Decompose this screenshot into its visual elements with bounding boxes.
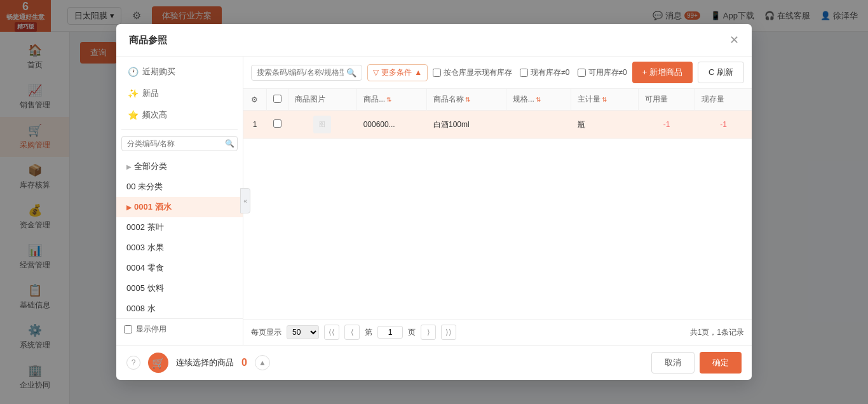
pagination: 每页显示 50 100 200 ⟨⟨ ⟨ 第 页 ⟩ ⟩⟩ 共1页，1条记录: [243, 319, 752, 345]
cat-label-tea: 0002 茶叶: [126, 222, 164, 233]
lp-tab-frequent[interactable]: ⭐ 频次高: [121, 105, 238, 125]
search-icon: 🔍: [346, 68, 356, 77]
sort-name-icon[interactable]: ⇅: [465, 96, 470, 103]
td-stock: -1: [695, 111, 752, 139]
th-stock: 现存量: [695, 89, 752, 111]
modal-close-button[interactable]: ✕: [729, 33, 739, 47]
checkbox-stock-input[interactable]: [520, 69, 528, 77]
sort-unit-icon[interactable]: ⇅: [602, 96, 607, 103]
show-disabled-text: 显示停用: [136, 324, 166, 335]
lp-tab-frequent-label: 频次高: [142, 109, 167, 121]
td-seq: 1: [243, 111, 266, 139]
th-settings[interactable]: ⚙: [243, 89, 266, 111]
last-page-btn[interactable]: ⟩⟩: [441, 325, 456, 340]
product-table: ⚙ 商品图片 商品...⇅ 商品名称⇅: [243, 89, 752, 139]
cat-snack[interactable]: 0004 零食: [116, 258, 243, 278]
th-image: 商品图片: [288, 89, 357, 111]
product-thumbnail: 图: [313, 116, 331, 133]
pagination-summary: 共1页，1条记录: [690, 327, 744, 338]
modal-header: 商品参照 ✕: [116, 24, 752, 57]
footer-collapse-btn[interactable]: ▲: [255, 355, 270, 370]
cat-tea[interactable]: 0002 茶叶: [116, 217, 243, 238]
sort-code-icon[interactable]: ⇅: [386, 96, 391, 103]
td-available: -1: [638, 111, 695, 139]
modal-body: 🕐 近期购买 ✨ 新品 ⭐ 频次高 🔍: [116, 57, 752, 345]
right-panel: 🔍 ▽ 更多条件 ▲ 按仓库显示现有库存 现: [243, 57, 752, 345]
show-disabled-checkbox[interactable]: [124, 325, 132, 333]
rp-toolbar: 🔍 ▽ 更多条件 ▲ 按仓库显示现有库存 现: [243, 57, 752, 89]
filter-label: 更多条件: [381, 67, 412, 78]
td-code: 000600...: [357, 111, 427, 139]
prev-page-btn[interactable]: ⟨: [344, 325, 360, 340]
cat-liquor[interactable]: ▶ 0001 酒水: [116, 197, 243, 217]
table-row[interactable]: 1 图 000600... 白酒100ml 瓶: [243, 111, 752, 139]
checkbox-available-label: 可用库存≠0: [588, 67, 627, 78]
left-panel-footer: 显示停用: [116, 318, 243, 340]
td-image: 图: [288, 111, 357, 139]
checkbox-warehouse[interactable]: 按仓库显示现有库存: [433, 67, 512, 78]
sort-spec-icon[interactable]: ⇅: [536, 96, 541, 103]
cat-fruit[interactable]: 0003 水果: [116, 238, 243, 258]
th-spec[interactable]: 规格...⇅: [506, 89, 571, 111]
select-all-checkbox[interactable]: [273, 95, 281, 103]
help-button[interactable]: ?: [126, 356, 140, 370]
cat-drinks[interactable]: 0005 饮料: [116, 278, 243, 299]
product-table-body: 1 图 000600... 白酒100ml 瓶: [243, 111, 752, 139]
checkbox-warehouse-input[interactable]: [433, 69, 441, 77]
product-search-input[interactable]: [257, 68, 344, 77]
cat-arrow-active-icon: ▶: [126, 204, 132, 211]
next-page-btn[interactable]: ⟩: [421, 325, 436, 340]
lp-tab-recent-label: 近期购买: [142, 66, 175, 77]
checkbox-available-nonzero[interactable]: 可用库存≠0: [578, 67, 627, 78]
cat-label: 全部分类: [134, 161, 167, 172]
page-input[interactable]: [377, 326, 403, 339]
th-available: 可用量: [638, 89, 695, 111]
category-search-icon: 🔍: [225, 139, 234, 148]
td-spec: [506, 111, 571, 139]
add-product-button[interactable]: + 新增商品: [632, 62, 693, 83]
selected-count: 0: [241, 357, 247, 368]
recent-icon: 🕐: [128, 67, 139, 77]
td-unit: 瓶: [571, 111, 639, 139]
cat-label-fruit: 0003 水果: [126, 242, 164, 253]
lp-tab-new[interactable]: ✨ 新品: [121, 83, 238, 104]
th-unit[interactable]: 主计量⇅: [571, 89, 639, 111]
cat-all[interactable]: ▶ 全部分类: [116, 156, 243, 177]
filter-icon: ▽: [373, 68, 379, 77]
category-search-input[interactable]: [127, 139, 222, 148]
refresh-btn[interactable]: C 刷新: [698, 62, 744, 83]
divider: [121, 129, 238, 130]
new-icon: ✨: [128, 88, 139, 98]
show-disabled-label[interactable]: 显示停用: [124, 324, 235, 335]
cancel-button[interactable]: 取消: [651, 352, 695, 374]
cat-uncategorized[interactable]: 00 未分类: [116, 177, 243, 197]
per-page-select[interactable]: 50 100 200: [287, 325, 319, 339]
product-search-box[interactable]: 🔍: [251, 65, 362, 81]
page-suffix: 页: [408, 327, 416, 338]
left-panel: 🕐 近期购买 ✨ 新品 ⭐ 频次高 🔍: [116, 57, 243, 345]
confirm-button[interactable]: 确定: [700, 352, 742, 374]
th-name[interactable]: 商品名称⇅: [427, 89, 506, 111]
per-page-label: 每页显示: [251, 327, 281, 338]
checkbox-stock-nonzero[interactable]: 现有库存≠0: [520, 67, 569, 78]
category-search-box[interactable]: 🔍: [121, 136, 238, 151]
selected-label: 连续选择的商品: [176, 357, 234, 368]
first-page-btn[interactable]: ⟨⟨: [324, 325, 339, 340]
footer-actions: 取消 确定: [651, 352, 742, 374]
product-table-wrap: ⚙ 商品图片 商品...⇅ 商品名称⇅: [243, 89, 752, 319]
cat-label-drinks: 0005 饮料: [126, 283, 164, 294]
lp-tab-recent[interactable]: 🕐 近期购买: [121, 62, 238, 82]
left-panel-collapse-btn[interactable]: «: [240, 188, 250, 213]
row-checkbox[interactable]: [273, 119, 281, 128]
filter-more-btn[interactable]: ▽ 更多条件 ▲: [367, 64, 428, 81]
td-check[interactable]: [266, 111, 288, 139]
checkbox-warehouse-label: 按仓库显示现有库存: [444, 67, 512, 78]
frequent-icon: ⭐: [128, 110, 139, 120]
chevron-up-icon: ▲: [414, 68, 422, 77]
modal: 商品参照 ✕ 🕐 近期购买 ✨ 新品 ⭐ 频次高: [116, 24, 752, 380]
cat-water[interactable]: 0008 水: [116, 299, 243, 318]
cat-arrow-icon: ▶: [126, 163, 132, 170]
th-code[interactable]: 商品...⇅: [357, 89, 427, 111]
th-check: [266, 89, 288, 111]
checkbox-available-input[interactable]: [578, 69, 586, 77]
